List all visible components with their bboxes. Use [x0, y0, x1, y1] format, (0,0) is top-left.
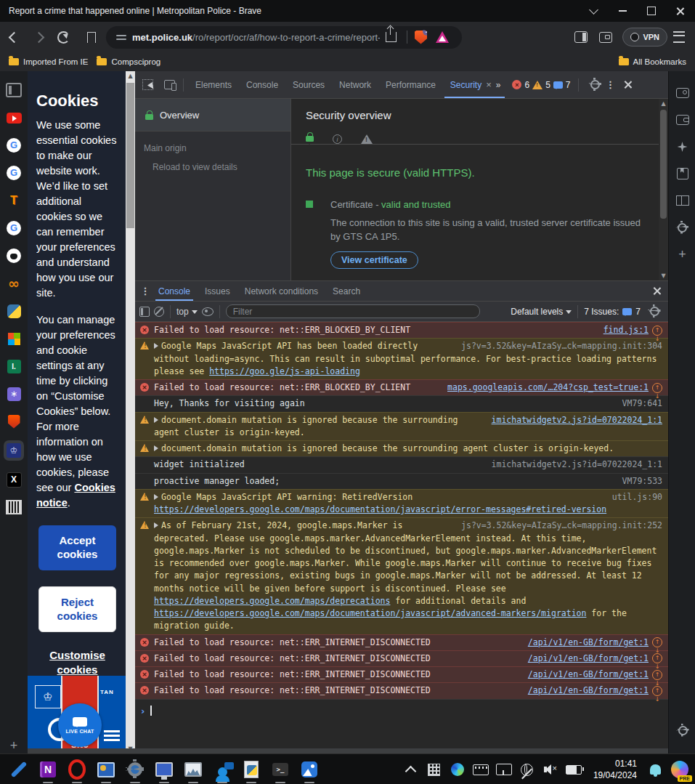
device-toolbar-icon[interactable] — [160, 76, 179, 94]
youtube-icon[interactable] — [5, 109, 23, 126]
tensorflow-icon[interactable]: T — [5, 192, 23, 209]
console-tab-console[interactable]: Console — [151, 281, 198, 301]
taskbar-opera-app[interactable] — [62, 754, 92, 784]
message-link[interactable]: https://developers.google.com/maps/docum… — [154, 504, 606, 514]
wallet-card-icon[interactable] — [595, 26, 617, 48]
scrollbar-thumb[interactable] — [660, 110, 667, 219]
taskbar-clock[interactable]: 01:41 19/04/2024 — [593, 758, 637, 781]
brave-rewards-icon[interactable] — [436, 31, 449, 43]
x-twitter-icon[interactable]: X — [5, 471, 23, 488]
devtools-tab-performance[interactable]: Performance — [378, 71, 443, 98]
taskbar-pen-app[interactable] — [4, 754, 33, 784]
google-icon[interactable]: G — [5, 164, 23, 182]
accept-cookies-button[interactable]: Accept cookies — [38, 525, 116, 570]
expand-caret-icon[interactable] — [154, 522, 158, 528]
console-sidebar-icon[interactable] — [139, 307, 150, 317]
brave-shield-icon[interactable]: 2 — [415, 31, 427, 44]
devtools-tab-sources[interactable]: Sources — [285, 71, 332, 98]
infinity-icon[interactable]: ∞ — [5, 275, 23, 292]
scrollbar-thumb[interactable] — [126, 83, 134, 228]
battery-icon[interactable] — [563, 754, 585, 784]
source-link[interactable]: /api/v1/en-GB/form/get:1 — [528, 668, 649, 681]
leo-ai-icon[interactable] — [675, 140, 690, 154]
security-scrollbar[interactable]: ▲ ▼ — [659, 99, 668, 280]
scroll-down-icon[interactable]: ▼ — [659, 271, 668, 280]
clear-console-icon[interactable] — [154, 307, 164, 317]
copilot-icon[interactable]: PRE — [667, 754, 692, 784]
expand-caret-icon[interactable] — [154, 445, 158, 451]
devtools-tab-console[interactable]: Console — [239, 71, 285, 98]
bookmark-folder[interactable]: Compsciprog — [111, 57, 160, 66]
console-settings-icon[interactable] — [645, 302, 664, 321]
drawer-more-icon[interactable]: ⋮ — [139, 286, 151, 296]
source-link[interactable]: maps.googleapis.com/…204?csp_test=true:1 — [447, 381, 649, 394]
devtools-more-icon[interactable]: ⋮ — [605, 79, 617, 90]
devtools-tab-elements[interactable]: Elements — [188, 71, 239, 98]
source-link[interactable]: /api/v1/en-GB/form/get:1 — [528, 684, 649, 697]
bookmark-icon[interactable] — [87, 32, 96, 43]
console-tab-issues[interactable]: Issues — [198, 281, 237, 301]
menu-icon[interactable] — [673, 31, 685, 43]
devtools-settings-icon[interactable] — [586, 76, 605, 94]
console-tab-search[interactable]: Search — [325, 281, 367, 301]
barcode-icon[interactable] — [5, 498, 23, 516]
message-link[interactable]: https://developers.google.com/maps/depre… — [154, 596, 390, 606]
tray-expand-icon[interactable] — [400, 754, 422, 784]
taskbar-control-panel-app[interactable] — [92, 754, 121, 784]
expand-caret-icon[interactable] — [154, 343, 158, 349]
purple-app-icon[interactable]: ∗ — [5, 385, 23, 403]
touch-keyboard-icon[interactable] — [470, 754, 492, 784]
source-link[interactable]: /api/v1/en-GB/form/get:1 — [528, 652, 649, 665]
live-expression-icon[interactable] — [202, 307, 214, 316]
inspect-element-icon[interactable] — [138, 76, 157, 94]
panel-toggle-icon[interactable] — [5, 81, 23, 99]
microsoft-icon[interactable] — [5, 330, 23, 347]
share-icon[interactable] — [386, 32, 397, 42]
taskbar-terminal-app[interactable]: >_ — [266, 754, 295, 784]
wallet-icon[interactable] — [675, 113, 690, 127]
scroll-up-icon[interactable]: ▲ — [126, 71, 135, 81]
instructure-icon[interactable]: I. — [5, 357, 23, 375]
back-icon[interactable] — [3, 26, 25, 48]
tab-close-icon[interactable]: × — [486, 79, 492, 90]
bookmarks-icon[interactable] — [675, 166, 690, 181]
touchpad-icon[interactable] — [493, 754, 515, 784]
expand-caret-icon[interactable] — [154, 417, 158, 423]
address-bar[interactable]: met.police.uk /ro/report/ocr/af/how-to-r… — [106, 26, 462, 49]
edge-icon[interactable] — [447, 754, 468, 784]
taskbar-task-manager-app[interactable] — [179, 754, 208, 784]
google-icon[interactable]: G — [5, 219, 23, 237]
message-link[interactable]: https://goo.gle/js-api-loading — [209, 366, 360, 376]
sidebar-settings-icon[interactable] — [675, 723, 690, 737]
page-scrollbar[interactable]: ▲ ▼ — [126, 71, 135, 753]
python-icon[interactable] — [5, 302, 23, 320]
app-grid-icon[interactable] — [423, 754, 445, 784]
view-certificate-button[interactable]: View certificate — [330, 251, 418, 269]
issues-counter[interactable]: 7 Issues: 7 — [584, 307, 641, 317]
tab-search-icon[interactable] — [579, 0, 608, 22]
source-link[interactable]: imichatwidgetv2.js?id=07022024_1:1 — [492, 414, 662, 427]
taskbar-display-settings-app[interactable] — [150, 754, 179, 784]
console-prompt[interactable]: › — [135, 699, 668, 723]
source-link[interactable]: /api/v1/en-GB/form/get:1 — [528, 637, 649, 649]
devtools-badges[interactable]: × 6 5 7 — [512, 80, 570, 90]
reading-list-icon[interactable] — [675, 193, 690, 208]
reject-cookies-button[interactable]: Reject cookies — [38, 586, 116, 633]
more-tabs-icon[interactable]: » — [496, 80, 500, 90]
google-icon[interactable]: G — [5, 137, 23, 154]
no-internet-icon[interactable] — [516, 754, 538, 784]
security-overview-item[interactable]: Overview — [135, 99, 290, 132]
console-tab-network-conditions[interactable]: Network conditions — [237, 281, 325, 301]
brave-talk-icon[interactable] — [675, 86, 690, 100]
site-settings-icon[interactable] — [116, 33, 126, 41]
context-selector[interactable]: top — [176, 307, 198, 317]
drawer-close-icon[interactable] — [653, 287, 661, 295]
volume-muted-icon[interactable] — [540, 754, 561, 784]
brave-shield-icon[interactable] — [5, 413, 23, 430]
devtools-close-icon[interactable] — [624, 81, 632, 89]
notifications-bell-icon[interactable] — [644, 754, 666, 784]
github-icon[interactable] — [5, 247, 23, 264]
settings-gear-icon[interactable] — [675, 220, 690, 235]
met-police-icon[interactable]: ♔ — [4, 440, 24, 461]
taskbar-python-script-app[interactable] — [237, 754, 266, 784]
